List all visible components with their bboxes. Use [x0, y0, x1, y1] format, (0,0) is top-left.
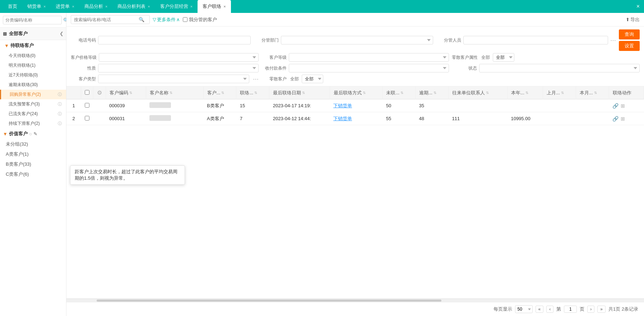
- sort-year-icon[interactable]: ⇅: [525, 91, 528, 95]
- sidebar-item-lost[interactable]: 已流失客户(24) ⓘ: [0, 109, 66, 119]
- row-1-actions: 🔗 ⊞: [612, 103, 640, 109]
- filter-status-select[interactable]: [479, 64, 640, 72]
- nav-product-list[interactable]: 商品分析列表 ×: [112, 0, 155, 13]
- filter-retail-select[interactable]: 全部: [302, 75, 323, 83]
- cell-tmonth-2: [576, 112, 609, 125]
- sort-name-icon[interactable]: ⇅: [170, 91, 172, 95]
- filter-search-input[interactable]: [74, 17, 139, 22]
- th-last-contact-date: 最后联络日期 ⇅: [269, 86, 330, 99]
- page-input[interactable]: [564, 306, 577, 313]
- filter-search-icon[interactable]: 🔍: [139, 17, 144, 22]
- settings-button[interactable]: 设置: [619, 41, 640, 51]
- sort-company-icon[interactable]: ⇅: [486, 91, 489, 95]
- filter-row-3: 性质 收付款条件 状态: [71, 64, 640, 72]
- sort-last-month-icon[interactable]: ⇅: [561, 91, 564, 95]
- nav-home[interactable]: 首页: [3, 0, 22, 13]
- close-purchase-icon[interactable]: ×: [72, 4, 74, 9]
- sort-date-icon[interactable]: ⇅: [302, 91, 305, 95]
- prev-page-btn[interactable]: ‹: [546, 306, 553, 313]
- th-company-contact: 往来单位联系人 ⇅: [448, 86, 507, 99]
- sort-not-contacted-icon[interactable]: ⇅: [400, 91, 403, 95]
- filter-field-gender: 性质: [71, 64, 259, 72]
- continuous-down-info-icon: ⓘ: [58, 121, 62, 126]
- sidebar-item-7days[interactable]: 近7天待联络(0): [0, 70, 66, 80]
- cell-contact-1: 15: [236, 99, 269, 112]
- close-all-button[interactable]: ×: [636, 3, 640, 10]
- row-2-grid-icon[interactable]: ⊞: [621, 116, 625, 122]
- cell-year-2: 10995.00: [507, 112, 543, 125]
- close-customer-contact-icon[interactable]: ×: [223, 4, 226, 9]
- row-1-checkbox[interactable]: [85, 103, 89, 108]
- my-customer-checkbox[interactable]: [183, 17, 187, 22]
- filter-person-input[interactable]: [463, 36, 608, 44]
- filter-price-level-select[interactable]: [99, 53, 259, 62]
- filter-customer-level-select[interactable]: [289, 53, 449, 62]
- value-customer-settings-icon[interactable]: ✎: [33, 131, 37, 137]
- value-customer-edit-icon[interactable]: ○: [29, 131, 32, 137]
- sidebar-sub-classB[interactable]: B类客户(33): [0, 159, 66, 169]
- sidebar-sub-classA[interactable]: A类客户(1): [0, 149, 66, 159]
- filter-phone-input[interactable]: [98, 36, 251, 44]
- customer-type-dots-icon[interactable]: ⋯: [253, 76, 259, 82]
- select-all-checkbox[interactable]: [85, 90, 89, 95]
- sidebar-search-input[interactable]: [3, 16, 62, 24]
- sort-contact-icon[interactable]: ⇅: [254, 91, 257, 95]
- value-customer-group[interactable]: ▼ 价值客户 ○ ✎: [0, 128, 66, 139]
- filter-payment-select[interactable]: [289, 64, 449, 72]
- filter-search-box: 🔍: [71, 15, 150, 24]
- sidebar-item-tomorrow[interactable]: 明天待联络(1): [0, 61, 66, 70]
- filter-field-customer-level: 客户等级: [261, 53, 449, 62]
- filter-row-2: 客户价格等级 客户等级 零散客户属性 全部 全部: [71, 53, 640, 62]
- more-conditions-btn[interactable]: ▽ 更多条件 ∧: [153, 16, 180, 23]
- close-product-analysis-icon[interactable]: ×: [105, 4, 107, 9]
- cell-overdue-1: 35: [416, 99, 449, 112]
- sidebar-item-overdue[interactable]: 逾期未联络(30): [0, 80, 66, 90]
- collapse-icon[interactable]: ❮: [60, 31, 63, 36]
- sidebar-item-repurchase-abnormal[interactable]: 回购异常客户(2) ⓘ: [0, 90, 66, 99]
- scroll-thumb[interactable]: [97, 300, 441, 302]
- cell-year-1: [507, 99, 543, 112]
- cell-tmonth-1: [576, 99, 609, 112]
- filter-gender-select[interactable]: [98, 64, 259, 72]
- export-button[interactable]: ⬆ 导出: [626, 16, 640, 23]
- filter-dept-select[interactable]: [281, 36, 434, 44]
- filter-customer-type-select[interactable]: [98, 75, 249, 83]
- close-product-list-icon[interactable]: ×: [148, 4, 150, 9]
- table-area: 距客户上次交易时长，超过了此客户的平均交易周期的1.5倍，则视为异常。 ⚙: [66, 86, 644, 302]
- all-customers-header[interactable]: ⊞ 全部客户 ❮: [0, 28, 66, 40]
- sort-level-icon[interactable]: ⇅: [221, 91, 224, 95]
- page-size-select[interactable]: 50 100 200: [515, 305, 533, 313]
- row-1-link-icon[interactable]: 🔗: [612, 103, 618, 109]
- row-2-link-icon[interactable]: 🔗: [612, 116, 618, 122]
- close-sales-icon[interactable]: ×: [43, 4, 46, 9]
- sort-overdue-icon[interactable]: ⇅: [434, 91, 436, 95]
- pending-contact-group[interactable]: ▼ 待联络客户: [0, 40, 66, 51]
- sidebar-item-today[interactable]: 今天待联络(0): [0, 51, 66, 61]
- nav-customer-segment[interactable]: 客户分层经营 ×: [155, 0, 198, 13]
- sort-method-icon[interactable]: ⇅: [363, 91, 366, 95]
- sidebar-item-continuous-down[interactable]: 持续下滑客户(2) ⓘ: [0, 119, 66, 128]
- filter-field-price-level: 客户价格等级: [71, 53, 259, 62]
- row-2-checkbox[interactable]: [85, 116, 89, 121]
- sidebar-sub-classC[interactable]: C类客户(6): [0, 169, 66, 179]
- close-customer-segment-icon[interactable]: ×: [190, 4, 193, 9]
- query-button[interactable]: 查询: [619, 29, 640, 39]
- nav-customer-contact[interactable]: 客户联络 ×: [198, 0, 231, 13]
- sort-code-icon[interactable]: ⇅: [129, 91, 132, 95]
- first-page-btn[interactable]: «: [536, 306, 544, 313]
- table-settings-icon[interactable]: ⚙: [97, 90, 102, 96]
- filter-retail-attr-select[interactable]: 全部: [493, 53, 514, 62]
- nav-sales[interactable]: 销货单 ×: [22, 0, 51, 13]
- horizontal-scrollbar[interactable]: [66, 298, 644, 302]
- nav-purchase[interactable]: 进货单 ×: [51, 0, 79, 13]
- next-page-btn[interactable]: ›: [587, 306, 594, 313]
- sidebar-item-lost-warning[interactable]: 流失预警客户(3) ⓘ: [0, 99, 66, 109]
- filter-field-status: 状态: [452, 64, 640, 72]
- row-1-grid-icon[interactable]: ⊞: [621, 103, 625, 109]
- sort-this-month-icon[interactable]: ⇅: [594, 91, 597, 95]
- cell-date-2: 2023-04-12 14:44:: [269, 112, 330, 125]
- last-page-btn[interactable]: »: [597, 306, 606, 313]
- nav-product-analysis[interactable]: 商品分析 ×: [79, 0, 112, 13]
- person-dots-icon[interactable]: ⋯: [610, 37, 616, 44]
- sidebar-sub-unclassified[interactable]: 未分组(32): [0, 139, 66, 149]
